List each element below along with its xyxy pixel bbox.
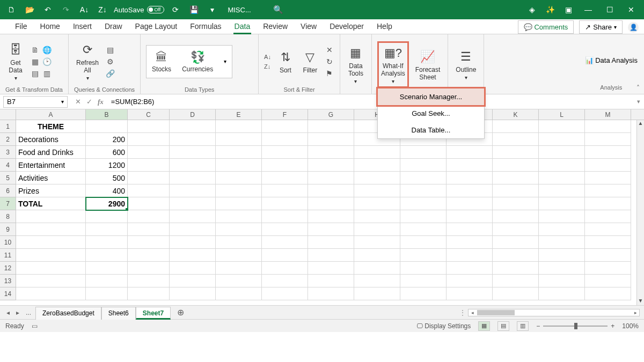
cell-A7[interactable]: TOTAL: [16, 197, 86, 210]
cell-L4[interactable]: [539, 159, 585, 172]
tab-page-layout[interactable]: Page Layout: [129, 19, 184, 34]
cell-H5[interactable]: [354, 172, 400, 184]
horizontal-scrollbar[interactable]: ◂ ▸: [468, 309, 640, 316]
hscroll-right-icon[interactable]: ▸: [632, 310, 639, 315]
cell-I12[interactable]: [400, 262, 447, 275]
sheet-tab-zerobasedbudget[interactable]: ZeroBasedBudget: [35, 307, 101, 320]
cell-A4[interactable]: Entertainment: [16, 159, 86, 172]
row-header-13[interactable]: 13: [0, 275, 16, 287]
sort-button[interactable]: ⇅ Sort: [275, 47, 296, 76]
cell-I11[interactable]: [400, 249, 447, 262]
select-all-corner[interactable]: [0, 109, 16, 120]
wand-icon[interactable]: ✨: [543, 3, 557, 17]
zoom-slider[interactable]: − +: [536, 322, 614, 330]
open-file-icon[interactable]: 📂: [23, 3, 36, 17]
menu-data-table[interactable]: Data Table...: [378, 122, 484, 138]
properties-icon[interactable]: ⚙: [105, 57, 115, 67]
cell-F8[interactable]: [262, 210, 308, 223]
formula-input[interactable]: [108, 96, 633, 108]
cell-I8[interactable]: [400, 210, 447, 223]
cell-J5[interactable]: [447, 172, 493, 184]
advanced-icon[interactable]: ⚑: [325, 69, 334, 78]
cell-C3[interactable]: [128, 146, 170, 159]
cell-M11[interactable]: [585, 249, 631, 262]
cell-D8[interactable]: [170, 210, 216, 223]
new-file-icon[interactable]: 🗋: [4, 3, 18, 17]
cell-C9[interactable]: [128, 223, 170, 236]
cell-B6[interactable]: 400: [86, 184, 128, 197]
cell-J6[interactable]: [447, 184, 493, 197]
cell-K8[interactable]: [493, 210, 539, 223]
refresh-all-button[interactable]: ⟳ Refresh All ▾: [74, 40, 101, 83]
cell-J14[interactable]: [447, 287, 493, 300]
cell-J13[interactable]: [447, 275, 493, 287]
cell-C4[interactable]: [128, 159, 170, 172]
sheet-nav-next[interactable]: ▸: [14, 309, 21, 316]
share-button[interactable]: ↗ Share ▾: [579, 20, 623, 34]
cell-I7[interactable]: [400, 197, 447, 210]
cell-C7[interactable]: [128, 197, 170, 210]
cell-B14[interactable]: [86, 287, 128, 300]
cell-G2[interactable]: [308, 133, 354, 146]
cell-J8[interactable]: [447, 210, 493, 223]
cell-G13[interactable]: [308, 275, 354, 287]
cell-I13[interactable]: [400, 275, 447, 287]
cell-F7[interactable]: [262, 197, 308, 210]
cell-L10[interactable]: [539, 236, 585, 249]
from-table-icon[interactable]: ▦: [30, 57, 40, 67]
cell-G10[interactable]: [308, 236, 354, 249]
row-header-14[interactable]: 14: [0, 287, 16, 300]
hscroll-left-icon[interactable]: ◂: [469, 310, 476, 315]
cell-A2[interactable]: Decorations: [16, 133, 86, 146]
cell-D4[interactable]: [170, 159, 216, 172]
cell-L11[interactable]: [539, 249, 585, 262]
cell-K3[interactable]: [493, 146, 539, 159]
cell-H8[interactable]: [354, 210, 400, 223]
cell-I9[interactable]: [400, 223, 447, 236]
window-maximize[interactable]: ☐: [601, 5, 618, 14]
cell-M6[interactable]: [585, 184, 631, 197]
row-header-8[interactable]: 8: [0, 210, 16, 223]
cell-M14[interactable]: [585, 287, 631, 300]
cell-G9[interactable]: [308, 223, 354, 236]
cell-L12[interactable]: [539, 262, 585, 275]
sheet-nav-prev[interactable]: ◂: [4, 309, 12, 316]
cell-K7[interactable]: [493, 197, 539, 210]
cell-J12[interactable]: [447, 262, 493, 275]
tab-split-icon[interactable]: ⋮: [459, 309, 466, 316]
cell-G14[interactable]: [308, 287, 354, 300]
cell-F4[interactable]: [262, 159, 308, 172]
display-settings[interactable]: 🖵 Display Settings: [416, 322, 471, 330]
from-web-icon[interactable]: 🌐: [42, 45, 52, 55]
col-header-D[interactable]: D: [170, 109, 216, 120]
window-minimize[interactable]: —: [580, 5, 597, 14]
cell-F6[interactable]: [262, 184, 308, 197]
cell-F14[interactable]: [262, 287, 308, 300]
cell-B5[interactable]: 500: [86, 172, 128, 184]
undo-icon[interactable]: ↶: [41, 3, 55, 17]
view-normal[interactable]: ▦: [478, 321, 490, 331]
cell-G7[interactable]: [308, 197, 354, 210]
cell-M10[interactable]: [585, 236, 631, 249]
cell-J7[interactable]: [447, 197, 493, 210]
cell-K13[interactable]: [493, 275, 539, 287]
cell-H12[interactable]: [354, 262, 400, 275]
cell-K10[interactable]: [493, 236, 539, 249]
cell-B13[interactable]: [86, 275, 128, 287]
cell-L5[interactable]: [539, 172, 585, 184]
cell-M12[interactable]: [585, 262, 631, 275]
cell-F10[interactable]: [262, 236, 308, 249]
tab-review[interactable]: Review: [257, 19, 294, 34]
cell-H14[interactable]: [354, 287, 400, 300]
cell-G4[interactable]: [308, 159, 354, 172]
tab-developer[interactable]: Developer: [323, 19, 370, 34]
recent-sources-icon[interactable]: 🕑: [42, 57, 52, 67]
sort-asc-icon[interactable]: A↓: [77, 3, 91, 17]
cell-E7[interactable]: [216, 197, 262, 210]
cell-C1[interactable]: [128, 120, 170, 133]
sheet-tab-sheet7[interactable]: Sheet7: [136, 307, 171, 320]
name-box-caret-icon[interactable]: ▾: [61, 99, 64, 105]
cell-D10[interactable]: [170, 236, 216, 249]
data-tools-button[interactable]: ▦ Data Tools ▾: [346, 43, 366, 86]
cell-D12[interactable]: [170, 262, 216, 275]
